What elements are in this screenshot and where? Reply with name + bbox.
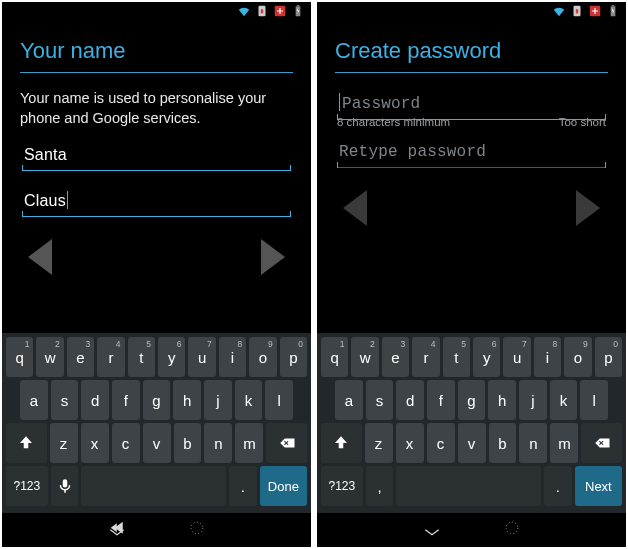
key-u[interactable]: u7 xyxy=(188,337,215,377)
key-e[interactable]: e3 xyxy=(382,337,409,377)
key-row-2: asdfghjkl xyxy=(6,380,307,420)
keyboard: q1w2e3r4t5y6u7i8o9p0 asdfghjkl zxcvbnm ?… xyxy=(317,333,626,513)
key-m[interactable]: m xyxy=(550,423,578,463)
enter-key[interactable]: Next xyxy=(575,466,622,506)
password-field[interactable]: Password xyxy=(337,89,606,120)
key-s[interactable]: s xyxy=(51,380,79,420)
space-key[interactable] xyxy=(81,466,226,506)
key-b[interactable]: b xyxy=(489,423,517,463)
key-q[interactable]: q1 xyxy=(6,337,33,377)
first-name-value: Santa xyxy=(24,146,67,163)
key-f[interactable]: f xyxy=(112,380,140,420)
phone-screen-name-setup: Your name Your name is used to personali… xyxy=(2,2,311,547)
key-c[interactable]: c xyxy=(112,423,140,463)
key-y[interactable]: y6 xyxy=(473,337,500,377)
home-button[interactable] xyxy=(187,518,207,542)
key-o[interactable]: o9 xyxy=(564,337,591,377)
key-n[interactable]: n xyxy=(204,423,232,463)
key-p[interactable]: p0 xyxy=(595,337,622,377)
symbols-key[interactable]: ?123 xyxy=(321,466,363,506)
svg-rect-7 xyxy=(576,9,578,13)
retype-password-field[interactable]: Retype password xyxy=(337,138,606,168)
key-o[interactable]: o9 xyxy=(249,337,276,377)
key-r[interactable]: r4 xyxy=(97,337,124,377)
key-y[interactable]: y6 xyxy=(158,337,185,377)
key-t[interactable]: t5 xyxy=(443,337,470,377)
period-key[interactable]: . xyxy=(229,466,257,506)
key-x[interactable]: x xyxy=(81,423,109,463)
key-k[interactable]: k xyxy=(550,380,578,420)
key-w[interactable]: w2 xyxy=(36,337,63,377)
comma-key[interactable]: , xyxy=(366,466,394,506)
key-n[interactable]: n xyxy=(519,423,547,463)
retype-placeholder: Retype password xyxy=(339,143,486,161)
first-name-field[interactable]: Santa xyxy=(22,142,291,171)
backspace-key[interactable] xyxy=(581,423,622,463)
mic-key[interactable] xyxy=(51,466,79,506)
prev-arrow[interactable] xyxy=(28,239,52,275)
key-row-2: asdfghjkl xyxy=(321,380,622,420)
key-f[interactable]: f xyxy=(427,380,455,420)
last-name-field[interactable]: Claus xyxy=(22,187,291,217)
key-x[interactable]: x xyxy=(396,423,424,463)
key-i[interactable]: i8 xyxy=(534,337,561,377)
key-z[interactable]: z xyxy=(50,423,78,463)
back-button[interactable] xyxy=(422,518,442,542)
key-d[interactable]: d xyxy=(81,380,109,420)
key-q[interactable]: q1 xyxy=(321,337,348,377)
key-b[interactable]: b xyxy=(174,423,202,463)
enter-key[interactable]: Done xyxy=(260,466,307,506)
svg-point-5 xyxy=(191,522,203,534)
next-arrow[interactable] xyxy=(261,239,285,275)
key-t[interactable]: t5 xyxy=(128,337,155,377)
symbols-key[interactable]: ?123 xyxy=(6,466,48,506)
prev-arrow[interactable] xyxy=(343,190,367,226)
shift-key[interactable] xyxy=(321,423,362,463)
password-placeholder: Password xyxy=(342,95,420,113)
text-cursor xyxy=(67,191,68,209)
sim-icon xyxy=(255,4,269,18)
home-button[interactable] xyxy=(502,518,522,542)
status-bar xyxy=(317,2,626,20)
key-s[interactable]: s xyxy=(366,380,394,420)
back-button[interactable] xyxy=(107,518,127,542)
key-p[interactable]: p0 xyxy=(280,337,307,377)
nav-row xyxy=(2,235,311,283)
key-j[interactable]: j xyxy=(204,380,232,420)
key-a[interactable]: a xyxy=(20,380,48,420)
key-g[interactable]: g xyxy=(143,380,171,420)
page-title: Your name xyxy=(20,38,293,72)
key-a[interactable]: a xyxy=(335,380,363,420)
key-z[interactable]: z xyxy=(365,423,393,463)
key-d[interactable]: d xyxy=(396,380,424,420)
key-row-1: q1w2e3r4t5y6u7i8o9p0 xyxy=(321,337,622,377)
title-underline xyxy=(335,72,608,73)
keyboard: q1w2e3r4t5y6u7i8o9p0 asdfghjkl zxcvbnm ?… xyxy=(2,333,311,513)
period-key[interactable]: . xyxy=(544,466,572,506)
key-l[interactable]: l xyxy=(265,380,293,420)
key-u[interactable]: u7 xyxy=(503,337,530,377)
next-arrow[interactable] xyxy=(576,190,600,226)
key-h[interactable]: h xyxy=(173,380,201,420)
key-e[interactable]: e3 xyxy=(67,337,94,377)
system-navbar xyxy=(317,513,626,547)
key-v[interactable]: v xyxy=(143,423,171,463)
key-i[interactable]: i8 xyxy=(219,337,246,377)
key-m[interactable]: m xyxy=(235,423,263,463)
key-row-4: ?123 , . Next xyxy=(321,466,622,506)
shift-key[interactable] xyxy=(6,423,47,463)
space-key[interactable] xyxy=(396,466,541,506)
key-w[interactable]: w2 xyxy=(351,337,378,377)
key-v[interactable]: v xyxy=(458,423,486,463)
key-c[interactable]: c xyxy=(427,423,455,463)
key-r[interactable]: r4 xyxy=(412,337,439,377)
phone-screen-create-password: Create password Password 8 characters mi… xyxy=(317,2,626,547)
svg-point-11 xyxy=(506,522,518,534)
key-k[interactable]: k xyxy=(235,380,263,420)
backspace-key[interactable] xyxy=(266,423,307,463)
key-l[interactable]: l xyxy=(580,380,608,420)
key-g[interactable]: g xyxy=(458,380,486,420)
key-j[interactable]: j xyxy=(519,380,547,420)
key-h[interactable]: h xyxy=(488,380,516,420)
plus-icon xyxy=(588,4,602,18)
